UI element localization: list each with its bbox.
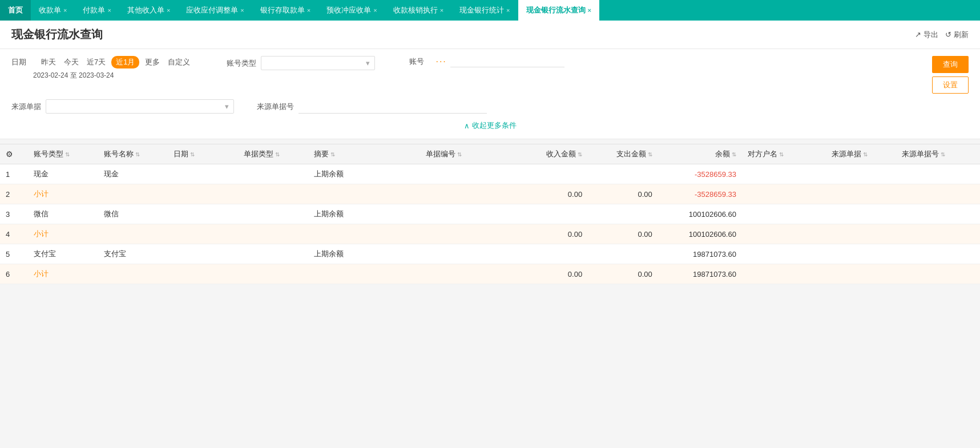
doc-type-cell	[238, 184, 308, 204]
nav-item-fukuandan[interactable]: 付款单 ×	[75, 0, 119, 21]
table-row[interactable]: 1 现金 现金 上期余额 -3528659.33	[0, 164, 980, 184]
nav-item-yinhangcunqu[interactable]: 银行存取款单 ×	[252, 0, 318, 21]
summary-cell: 上期余额	[308, 164, 420, 184]
nav-item-yushoubiao[interactable]: 预收冲应收单 ×	[318, 0, 385, 21]
sort-icon[interactable]: ⇅	[457, 151, 462, 158]
counterpart-cell	[742, 184, 826, 204]
sort-icon[interactable]: ⇅	[275, 151, 280, 158]
close-icon[interactable]: ×	[588, 0, 591, 21]
nav-item-qitashouru[interactable]: 其他收入单 ×	[119, 0, 178, 21]
table-row[interactable]: 2 小计 0.00 0.00 -3528659.33	[0, 184, 980, 204]
col-gear: ⚙	[0, 144, 28, 164]
counterpart-cell	[742, 244, 826, 264]
sort-icon[interactable]: ⇅	[779, 151, 784, 158]
date-btn-custom[interactable]: 自定义	[166, 56, 192, 68]
date-range-display: 2023-02-24 至 2023-03-24	[33, 71, 114, 79]
nav-home[interactable]: 首页	[0, 0, 31, 21]
col-balance: 余额⇅	[658, 144, 742, 164]
close-icon[interactable]: ×	[506, 0, 510, 21]
src-doc-no-cell	[896, 244, 980, 264]
sort-icon[interactable]: ⇅	[65, 151, 70, 158]
nav-item-liushui[interactable]: 现金银行流水查询 ×	[518, 0, 599, 21]
date-btn-today[interactable]: 今天	[62, 56, 81, 68]
date-cell	[168, 184, 238, 204]
date-btn-more[interactable]: 更多	[143, 56, 162, 68]
table-row[interactable]: 3 微信 微信 上期余额 100102606.60	[0, 204, 980, 224]
doc-type-cell	[238, 264, 308, 284]
date-btn-yesterday[interactable]: 昨天	[39, 56, 58, 68]
date-options: 昨天 今天 近7天 近1月 更多 自定义	[39, 56, 192, 68]
col-doc-type: 单据类型⇅	[238, 144, 308, 164]
sort-icon[interactable]: ⇅	[648, 151, 652, 158]
summary-cell	[308, 224, 420, 244]
balance-cell: 100102606.60	[658, 224, 742, 244]
collapse-bar[interactable]: ∧ 收起更多条件	[11, 118, 969, 132]
page-title: 现金银行流水查询	[11, 27, 103, 42]
sort-icon[interactable]: ⇅	[578, 151, 582, 158]
doc-no-cell	[420, 224, 518, 244]
close-icon[interactable]: ×	[107, 0, 111, 21]
src-doc-no-input[interactable]	[299, 100, 487, 114]
gear-icon[interactable]: ⚙	[6, 150, 13, 159]
table-row[interactable]: 6 小计 0.00 0.00 19871073.60	[0, 264, 980, 284]
table-row[interactable]: 4 小计 0.00 0.00 100102606.60	[0, 224, 980, 244]
close-icon[interactable]: ×	[440, 0, 443, 21]
page-header: 现金银行流水查询 ↗ 导出 ↺ 刷新	[0, 21, 980, 49]
expense-cell: 0.00	[588, 224, 658, 244]
expense-cell	[588, 204, 658, 224]
doc-type-cell	[238, 204, 308, 224]
export-button[interactable]: ↗ 导出	[915, 30, 938, 40]
nav-item-yingshouyingfu[interactable]: 应收应付调整单 ×	[178, 0, 252, 21]
doc-type-cell	[238, 224, 308, 244]
settings-button[interactable]: 设置	[932, 76, 969, 94]
close-icon[interactable]: ×	[167, 0, 170, 21]
chevron-up-icon: ∧	[464, 122, 470, 130]
acct-name-cell	[98, 184, 168, 204]
src-doc-no-cell	[896, 164, 980, 184]
col-summary: 摘要⇅	[308, 144, 420, 164]
acct-no-input[interactable]	[450, 56, 564, 67]
summary-cell	[308, 184, 420, 204]
close-icon[interactable]: ×	[307, 0, 310, 21]
query-button[interactable]: 查询	[932, 56, 969, 73]
date-cell	[168, 224, 238, 244]
summary-cell: 上期余额	[308, 244, 420, 264]
header-actions: ↗ 导出 ↺ 刷新	[915, 30, 969, 40]
sort-icon[interactable]: ⇅	[190, 151, 195, 158]
close-icon[interactable]: ×	[373, 0, 377, 21]
sort-icon[interactable]: ⇅	[863, 151, 868, 158]
close-icon[interactable]: ×	[63, 0, 67, 21]
balance-cell: -3528659.33	[658, 164, 742, 184]
nav-item-shoukuandan[interactable]: 收款单 ×	[31, 0, 75, 21]
balance-cell: -3528659.33	[658, 184, 742, 204]
table-row[interactable]: 5 支付宝 支付宝 上期余额 19871073.60	[0, 244, 980, 264]
nav-item-shoukuanzhixing[interactable]: 收款核销执行 ×	[385, 0, 451, 21]
refresh-button[interactable]: ↺ 刷新	[945, 30, 969, 40]
acct-type-select[interactable]: ▾	[261, 56, 375, 70]
acct-type-cell: 现金	[28, 164, 98, 184]
nav-item-xianjintongji[interactable]: 现金银行统计 ×	[451, 0, 518, 21]
sort-icon[interactable]: ⇅	[330, 151, 335, 158]
sort-icon[interactable]: ⇅	[941, 151, 945, 158]
doc-type-cell	[238, 164, 308, 184]
expense-cell	[588, 244, 658, 264]
income-cell	[518, 164, 588, 184]
acct-no-dots-button[interactable]: ···	[435, 56, 446, 67]
col-src-doc-no: 来源单据号⇅	[896, 144, 980, 164]
src-doc-select[interactable]: ▾	[46, 99, 234, 114]
data-table: ⚙ 账号类型⇅ 账号名称⇅ 日期⇅ 单据类型⇅ 摘要⇅ 单据编号	[0, 144, 980, 284]
income-cell	[518, 204, 588, 224]
acct-type-cell: 小计	[28, 264, 98, 284]
date-btn-7days[interactable]: 近7天	[84, 56, 108, 68]
acct-type-cell: 小计	[28, 184, 98, 204]
close-icon[interactable]: ×	[240, 0, 244, 21]
acct-type-cell: 微信	[28, 204, 98, 224]
table-body: 1 现金 现金 上期余额 -3528659.33 2 小计 0.00 0.00 …	[0, 164, 980, 284]
expense-cell	[588, 164, 658, 184]
sort-icon[interactable]: ⇅	[135, 151, 140, 158]
refresh-icon: ↺	[945, 30, 951, 39]
col-acct-type: 账号类型⇅	[28, 144, 98, 164]
sort-icon[interactable]: ⇅	[732, 151, 736, 158]
date-btn-1month[interactable]: 近1月	[111, 56, 139, 68]
acct-type-label: 账号类型	[227, 58, 256, 68]
